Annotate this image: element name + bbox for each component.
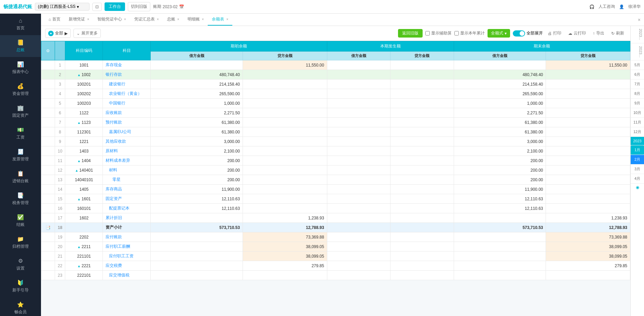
row-gear-icon[interactable] — [41, 185, 55, 194]
month-3[interactable]: 3月 — [631, 164, 644, 174]
month-9[interactable]: 9月 — [631, 99, 644, 108]
subject-link[interactable]: 配提票记本 — [109, 206, 129, 211]
tab-balance-close[interactable]: × — [226, 17, 228, 21]
month-5[interactable]: 5月 — [631, 60, 644, 70]
cloud-print-button[interactable]: ☁ 云打印 — [566, 29, 588, 38]
tab-detail[interactable]: 明细账 × — [183, 14, 208, 26]
sidebar-item-home[interactable]: ⌂ 首页 — [0, 14, 41, 35]
row-gear-icon[interactable] — [41, 242, 55, 252]
subject-link[interactable]: 银行存款 — [106, 72, 122, 77]
sidebar-item-settings[interactable]: ⚙ 设置 — [0, 254, 41, 275]
workbench-button[interactable]: 工作台 — [105, 2, 125, 11]
tab-voucher-summary[interactable]: 凭证汇总表 × — [130, 14, 163, 26]
subject-link[interactable]: 零星 — [112, 177, 121, 182]
expand-button[interactable]: ⌄ 展开更多 — [73, 29, 101, 38]
subject-link[interactable]: 应付职工薪酬 — [106, 244, 130, 249]
row-gear-icon[interactable]: 📑 — [41, 223, 55, 232]
row-gear-icon[interactable] — [41, 252, 55, 261]
expand-all-switch[interactable] — [513, 30, 525, 37]
month-10[interactable]: 10月 — [631, 108, 644, 118]
format-button[interactable]: 全额式 ▾ — [488, 29, 510, 38]
subject-link[interactable]: 材料成本差异 — [106, 158, 130, 163]
tab-new-voucher[interactable]: 新增凭证 × — [65, 14, 93, 26]
row-gear-icon[interactable] — [41, 213, 55, 223]
subject-link[interactable]: 其他应收款 — [106, 139, 126, 144]
month-4[interactable]: 4月 — [631, 174, 644, 184]
tab-smart-center[interactable]: 智能凭证中心 × — [93, 14, 130, 26]
subject-link[interactable]: 库存现金 — [106, 62, 122, 67]
month-12[interactable]: 12月 — [631, 127, 644, 137]
subject-link[interactable]: 嘉属EU公司 — [109, 129, 131, 134]
subject-link[interactable]: 预付账款 — [106, 120, 122, 125]
subject-link[interactable]: 库存商品 — [106, 187, 122, 191]
subject-link[interactable]: 原材料 — [106, 148, 118, 153]
subject-link[interactable]: 建设银行 — [109, 82, 125, 86]
sidebar-item-member[interactable]: ⭐ 畅会员 — [0, 297, 41, 316]
subject-link[interactable]: 固定资产 — [106, 196, 122, 201]
row-gear-icon[interactable] — [41, 60, 55, 70]
main-close-button[interactable]: × — [638, 17, 641, 23]
tab-voucher-summary-close[interactable]: × — [157, 17, 159, 21]
sidebar-item-settle[interactable]: ✅ 结账 — [0, 210, 41, 232]
company-selector[interactable]: (勿删) 江西股圣-LSS ▾ — [35, 3, 90, 11]
row-gear-icon[interactable] — [41, 99, 55, 108]
tab-new-voucher-close[interactable]: × — [87, 17, 89, 21]
row-gear-icon[interactable] — [41, 166, 55, 175]
user-name[interactable]: 徐泽华 — [628, 4, 641, 10]
sidebar-item-ledger[interactable]: 📒 总账 — [0, 35, 41, 57]
row-gear-icon[interactable] — [41, 89, 55, 99]
sidebar-item-capital[interactable]: 💰 资金管理 — [0, 79, 41, 101]
return-old-version-button[interactable]: 返回旧版 — [398, 29, 423, 38]
right-panel-toggle[interactable]: ◉ — [631, 184, 644, 191]
row-gear-icon[interactable] — [41, 204, 55, 213]
sidebar-item-trade[interactable]: 📋 进销台账 — [0, 166, 41, 188]
tab-balance[interactable]: 余额表 × — [208, 14, 232, 26]
row-gear-icon[interactable] — [41, 108, 55, 118]
subject-link[interactable]: 应付账款 — [106, 234, 122, 239]
subject-link[interactable]: 应交增值税 — [109, 273, 129, 277]
export-button[interactable]: ↑ 导出 — [591, 29, 606, 38]
row-gear-icon[interactable] — [41, 261, 55, 271]
year-2023[interactable]: 2023 — [631, 137, 644, 145]
subject-link[interactable]: 应付职工工资 — [109, 254, 134, 258]
switch-version-button[interactable]: 切到旧版 — [128, 2, 150, 11]
row-gear-icon[interactable] — [41, 175, 55, 185]
sidebar-item-archive[interactable]: 📁 归档管理 — [0, 232, 41, 254]
month-6[interactable]: 6月 — [631, 70, 644, 80]
print-button[interactable]: 🖨 打印 — [546, 29, 563, 38]
subject-link[interactable]: 累计折旧 — [106, 215, 122, 220]
sidebar-item-fixed[interactable]: 🏢 固定资产 — [0, 101, 41, 123]
row-gear-icon[interactable] — [41, 70, 55, 80]
month-7[interactable]: 7月 — [631, 80, 644, 89]
subject-link[interactable]: 应交税费 — [106, 263, 122, 268]
sidebar-item-guide[interactable]: 🔰 新手引导 — [0, 275, 41, 297]
tab-detail-close[interactable]: × — [202, 17, 204, 21]
row-gear-icon[interactable] — [41, 232, 55, 242]
row-gear-icon[interactable] — [41, 271, 55, 280]
subject-link[interactable]: 中国银行 — [109, 101, 125, 105]
tab-home[interactable]: ⌂ 首页 — [44, 14, 65, 26]
show-year-checkbox[interactable] — [454, 31, 459, 35]
all-filter-button[interactable]: ● 全部 ▶ — [45, 29, 71, 38]
row-gear-icon[interactable] — [41, 156, 55, 166]
tab-general-ledger-close[interactable]: × — [177, 17, 179, 21]
tab-general-ledger[interactable]: 总账 × — [163, 14, 183, 26]
row-gear-icon[interactable] — [41, 146, 55, 156]
show-aux-checkbox[interactable] — [425, 31, 430, 35]
month-2[interactable]: 2月 — [631, 155, 644, 164]
subject-link[interactable]: 材料 — [109, 168, 117, 172]
copy-button[interactable]: ⊡ — [92, 3, 102, 11]
tab-smart-center-close[interactable]: × — [124, 17, 126, 21]
sidebar-item-salary[interactable]: 💵 工资 — [0, 123, 41, 144]
sidebar-item-report[interactable]: 📊 报表中心 — [0, 57, 41, 79]
period-calendar-icon[interactable]: 📅 — [179, 4, 184, 9]
row-gear-icon[interactable] — [41, 118, 55, 127]
month-11[interactable]: 11月 — [631, 118, 644, 127]
row-gear-icon[interactable] — [41, 137, 55, 146]
row-gear-icon[interactable] — [41, 194, 55, 204]
refresh-button[interactable]: ↻ 刷新 — [609, 29, 626, 38]
sidebar-item-invoice[interactable]: 🧾 发票管理 — [0, 144, 41, 166]
month-8[interactable]: 8月 — [631, 89, 644, 99]
subject-link[interactable]: 农业银行（黄金） — [109, 91, 142, 96]
month-1[interactable]: 1月 — [631, 145, 644, 155]
